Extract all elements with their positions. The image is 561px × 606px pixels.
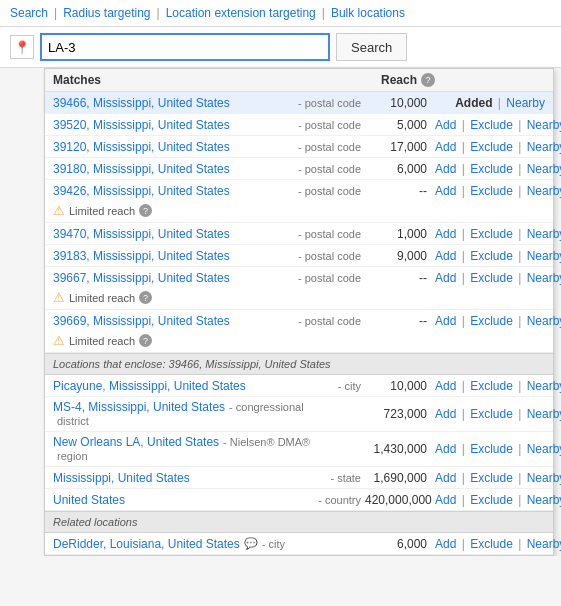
- add-link-r2[interactable]: Add: [435, 118, 456, 132]
- location-name-r2[interactable]: 39520, Mississippi, United States: [53, 118, 294, 132]
- nearby-link-e5[interactable]: Nearby: [527, 493, 561, 507]
- exclude-link-r2[interactable]: Exclude: [470, 118, 513, 132]
- nav-radius[interactable]: Radius targeting: [63, 6, 150, 20]
- sep1-r7: |: [462, 249, 465, 263]
- nearby-link-r3[interactable]: Nearby: [527, 140, 561, 154]
- add-link-e3[interactable]: Add: [435, 442, 456, 456]
- exclude-link-r8[interactable]: Exclude: [470, 271, 513, 285]
- nearby-link-r6[interactable]: Nearby: [527, 227, 561, 241]
- location-name-r6[interactable]: 39470, Mississippi, United States: [53, 227, 294, 241]
- result-row-r6: 39470, Mississippi, United States - post…: [45, 223, 553, 245]
- warning-text-r9: Limited reach: [69, 335, 135, 347]
- nav-divider-2: |: [157, 6, 160, 20]
- sep1-e1: |: [462, 379, 465, 393]
- nearby-link-r8[interactable]: Nearby: [527, 271, 561, 285]
- result-row-r8: 39667, Mississippi, United States - post…: [45, 267, 553, 289]
- search-input[interactable]: [40, 33, 330, 61]
- location-name-e5[interactable]: United States: [53, 493, 314, 507]
- location-name-e4[interactable]: Mississippi, United States: [53, 471, 326, 485]
- exclude-link-e5[interactable]: Exclude: [470, 493, 513, 507]
- result-row-rel1: DeRidder, Louisiana, United States 💬 - c…: [45, 533, 553, 555]
- location-name-r9[interactable]: 39669, Mississippi, United States: [53, 314, 294, 328]
- sep1-e2: |: [462, 407, 465, 421]
- location-name-r4[interactable]: 39180, Mississippi, United States: [53, 162, 294, 176]
- add-link-r5[interactable]: Add: [435, 184, 456, 198]
- exclude-link-r3[interactable]: Exclude: [470, 140, 513, 154]
- exclude-link-e1[interactable]: Exclude: [470, 379, 513, 393]
- exclude-link-r4[interactable]: Exclude: [470, 162, 513, 176]
- actions-e1: Add | Exclude | Nearby: [435, 379, 545, 393]
- exclude-link-r9[interactable]: Exclude: [470, 314, 513, 328]
- actions-e3: Add | Exclude | Nearby: [435, 442, 545, 456]
- exclude-link-r5[interactable]: Exclude: [470, 184, 513, 198]
- location-type-r9: - postal code: [298, 315, 361, 327]
- result-row-r4: 39180, Mississippi, United States - post…: [45, 158, 553, 180]
- add-link-r7[interactable]: Add: [435, 249, 456, 263]
- add-link-r8[interactable]: Add: [435, 271, 456, 285]
- reach-r3: 17,000: [365, 140, 435, 154]
- add-link-r4[interactable]: Add: [435, 162, 456, 176]
- sep1-e5: |: [462, 493, 465, 507]
- exclude-link-e4[interactable]: Exclude: [470, 471, 513, 485]
- dropdown-panel: Matches Reach ? 39466, Mississippi, Unit…: [44, 68, 554, 556]
- location-name-r7[interactable]: 39183, Mississippi, United States: [53, 249, 294, 263]
- add-link-r9[interactable]: Add: [435, 314, 456, 328]
- warning-help-r8[interactable]: ?: [139, 291, 152, 304]
- warning-help-r5[interactable]: ?: [139, 204, 152, 217]
- nearby-link-r1[interactable]: Nearby: [506, 96, 545, 110]
- actions-r2: Add | Exclude | Nearby: [435, 118, 545, 132]
- warning-r8: ⚠ Limited reach ?: [45, 289, 553, 310]
- add-link-e2[interactable]: Add: [435, 407, 456, 421]
- reach-rel1: 6,000: [365, 537, 435, 551]
- location-name-rel1[interactable]: DeRidder, Louisiana, United States: [53, 537, 240, 551]
- location-type-r5: - postal code: [298, 185, 361, 197]
- nearby-link-e3[interactable]: Nearby: [527, 442, 561, 456]
- add-link-e1[interactable]: Add: [435, 379, 456, 393]
- add-link-e4[interactable]: Add: [435, 471, 456, 485]
- add-link-rel1[interactable]: Add: [435, 537, 456, 551]
- add-link-r6[interactable]: Add: [435, 227, 456, 241]
- location-name-e2[interactable]: MS-4, Mississippi, United States: [53, 400, 225, 414]
- nav-location-ext[interactable]: Location extension targeting: [166, 6, 316, 20]
- location-subtype-e3: region: [57, 450, 88, 462]
- nearby-link-r7[interactable]: Nearby: [527, 249, 561, 263]
- actions-r7: Add | Exclude | Nearby: [435, 249, 545, 263]
- nearby-link-e2[interactable]: Nearby: [527, 407, 561, 421]
- add-link-r3[interactable]: Add: [435, 140, 456, 154]
- warning-help-r9[interactable]: ?: [139, 334, 152, 347]
- nearby-link-r9[interactable]: Nearby: [527, 314, 561, 328]
- location-name-r8[interactable]: 39667, Mississippi, United States: [53, 271, 294, 285]
- nav-search[interactable]: Search: [10, 6, 48, 20]
- result-row-e4: Mississippi, United States - state 1,690…: [45, 467, 553, 489]
- nearby-link-r5[interactable]: Nearby: [527, 184, 561, 198]
- nearby-link-rel1[interactable]: Nearby: [527, 537, 561, 551]
- nearby-link-r4[interactable]: Nearby: [527, 162, 561, 176]
- top-nav: Search | Radius targeting | Location ext…: [0, 0, 561, 27]
- exclude-link-r7[interactable]: Exclude: [470, 249, 513, 263]
- sep1-r6: |: [462, 227, 465, 241]
- exclude-link-rel1[interactable]: Exclude: [470, 537, 513, 551]
- location-name-e1[interactable]: Picayune, Mississippi, United States: [53, 379, 334, 393]
- nav-bulk[interactable]: Bulk locations: [331, 6, 405, 20]
- sep2-e3: |: [518, 442, 521, 456]
- exclude-link-r6[interactable]: Exclude: [470, 227, 513, 241]
- actions-r8: Add | Exclude | Nearby: [435, 271, 545, 285]
- nearby-link-r2[interactable]: Nearby: [527, 118, 561, 132]
- add-link-e5[interactable]: Add: [435, 493, 456, 507]
- exclude-link-e3[interactable]: Exclude: [470, 442, 513, 456]
- sep1-r9: |: [462, 314, 465, 328]
- search-button[interactable]: Search: [336, 33, 407, 61]
- sep1-r5: |: [462, 184, 465, 198]
- warning-icon-r5: ⚠: [53, 203, 65, 218]
- result-row-r9: 39669, Mississippi, United States - post…: [45, 310, 553, 332]
- reach-r8: --: [365, 271, 435, 285]
- location-name-r5[interactable]: 39426, Mississippi, United States: [53, 184, 294, 198]
- sep2-r8: |: [518, 271, 521, 285]
- location-name-e3[interactable]: New Orleans LA, United States: [53, 435, 219, 449]
- location-name-r3[interactable]: 39120, Mississippi, United States: [53, 140, 294, 154]
- location-name-r1[interactable]: 39466, Mississippi, United States: [53, 96, 294, 110]
- nearby-link-e1[interactable]: Nearby: [527, 379, 561, 393]
- reach-help-icon[interactable]: ?: [421, 73, 435, 87]
- exclude-link-e2[interactable]: Exclude: [470, 407, 513, 421]
- nearby-link-e4[interactable]: Nearby: [527, 471, 561, 485]
